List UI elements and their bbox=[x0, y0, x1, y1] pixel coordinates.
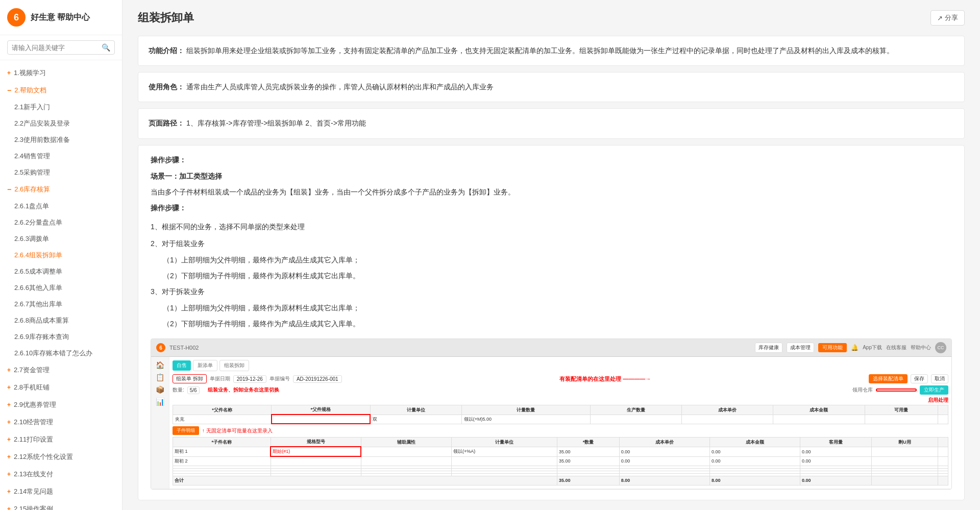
sidebar-item-cases[interactable]: + 2.15操作案例 bbox=[0, 500, 122, 510]
sidebar-item-inventory[interactable]: − 2.6库存核算 bbox=[0, 181, 122, 198]
screenshot-container: 6 TEST-H002 库存健康 成本管理 可用功能 🔔 App下载 在线客服 … bbox=[151, 338, 952, 490]
mock-icon-notif: 🔔 bbox=[851, 344, 859, 351]
sidebar-item-print[interactable]: + 2.11打印设置 bbox=[0, 431, 122, 448]
search-input[interactable] bbox=[12, 44, 102, 52]
mock-warehouse-val[interactable] bbox=[876, 388, 917, 392]
mock-warehouse-label: 领用仓库 bbox=[852, 386, 873, 394]
logo-icon: 6 bbox=[7, 8, 26, 27]
plus-icon-coupon: + bbox=[7, 401, 11, 408]
sidebar-item-help-docs[interactable]: − 2.帮助文档 bbox=[0, 82, 122, 99]
sidebar-item-data-prep[interactable]: 2.3使用前数据准备 bbox=[0, 132, 122, 148]
sidebar-item-assembly[interactable]: 2.6.4组装拆卸单 bbox=[0, 247, 122, 263]
sidebar-item-online-pay[interactable]: + 2.13在线支付 bbox=[0, 466, 122, 483]
mock-btn-cost[interactable]: 成本管理 bbox=[787, 343, 814, 353]
sidebar-item-stock-query[interactable]: 2.6.9库存账本查询 bbox=[0, 329, 122, 345]
mock-btn-save[interactable]: 保存 bbox=[911, 374, 928, 383]
step2a: （1）上部明细为父件明细，最终作为产成品生成其它入库单； bbox=[163, 253, 952, 267]
sidebar-item-biz-label: 2.10经营管理 bbox=[14, 418, 53, 427]
mock-date-label: 单据日期 bbox=[210, 375, 230, 382]
step3: 3、对于拆装业务 bbox=[151, 285, 952, 299]
sidebar-item-custom[interactable]: + 2.12系统个性化设置 bbox=[0, 448, 122, 466]
mock-annotation-2: 组装业务、拆卸业务在这里切换 bbox=[208, 386, 279, 394]
mock-app-id: TEST-H002 bbox=[169, 345, 199, 351]
sidebar-item-help-docs-label: 2.帮助文档 bbox=[14, 86, 46, 95]
search-area: 🔍 bbox=[0, 35, 122, 60]
mock-btn-confirm[interactable]: 立即生产 bbox=[920, 385, 948, 395]
sidebar-item-sub-stock[interactable]: 2.6.2分量盘点单 bbox=[0, 214, 122, 231]
sidebar-item-coupon[interactable]: + 2.9优惠券管理 bbox=[0, 396, 122, 414]
sidebar-item-sales[interactable]: 2.4销售管理 bbox=[0, 148, 122, 164]
page-title: 组装拆卸单 bbox=[138, 10, 194, 26]
sidebar-item-mobile-label: 2.8手机旺铺 bbox=[14, 383, 50, 392]
mock-qty-label: 数量: bbox=[173, 386, 184, 394]
plus-icon-print: + bbox=[7, 436, 11, 443]
sidebar-item-adjust[interactable]: 2.6.3调拨单 bbox=[0, 231, 122, 247]
sidebar-item-install[interactable]: 2.2产品安装及登录 bbox=[0, 115, 122, 132]
scene1-title: 场景一：加工类型选择 bbox=[151, 172, 952, 181]
share-button[interactable]: ↗ 分享 bbox=[930, 10, 965, 26]
mock-tabs-row: 自售 新添单 组装拆卸 bbox=[173, 360, 948, 371]
role-label: 使用角色： bbox=[149, 83, 184, 91]
mock-nav-service: 在线客服 bbox=[886, 344, 906, 351]
mock-btn-select-bom[interactable]: 选择装配清单 bbox=[869, 374, 908, 383]
search-icon[interactable]: 🔍 bbox=[102, 43, 110, 52]
mock-qty-val: 5/6 bbox=[187, 386, 200, 394]
sidebar-item-online-pay-label: 2.13在线支付 bbox=[14, 470, 53, 479]
ops-title: 操作步骤： bbox=[151, 156, 952, 165]
minus-icon-inventory: − bbox=[7, 185, 11, 193]
share-label: 分享 bbox=[945, 13, 958, 22]
sidebar: 6 好生意 帮助中心 🔍 + 1.视频学习 − 2.帮助文档 2.1新手入门 2… bbox=[0, 0, 122, 510]
sidebar-item-finance-label: 2.7资金管理 bbox=[14, 366, 50, 375]
minus-icon: − bbox=[7, 86, 11, 94]
step2b: （2）下部明细为子件明细，最终作为原材料生成其它出库单。 bbox=[163, 269, 952, 283]
sidebar-item-mobile[interactable]: + 2.8手机旺铺 bbox=[0, 379, 122, 396]
mock-sub-label: 子件明细 bbox=[173, 426, 199, 435]
mock-tab-assembly[interactable]: 组装拆卸 bbox=[219, 360, 249, 371]
logo-area: 6 好生意 帮助中心 bbox=[0, 0, 122, 35]
sidebar-item-custom-label: 2.12系统个性化设置 bbox=[14, 452, 73, 462]
intro-text: 组装拆卸单用来处理企业组装或拆卸等加工业务，支持有固定装配清单的产品加工业务，也… bbox=[186, 46, 894, 55]
nav-list: + 1.视频学习 − 2.帮助文档 2.1新手入门 2.2产品安装及登录 2.3… bbox=[0, 60, 122, 510]
mock-btn-stock[interactable]: 库存健康 bbox=[755, 343, 782, 353]
mock-btn-cancel[interactable]: 取消 bbox=[931, 374, 948, 383]
sidebar-item-cost-adj[interactable]: 2.6.5成本调整单 bbox=[0, 263, 122, 280]
sidebar-item-biz[interactable]: + 2.10经营管理 bbox=[0, 414, 122, 431]
mock-tab-new[interactable]: 新添单 bbox=[193, 360, 217, 371]
sidebar-item-purchase[interactable]: 2.5采购管理 bbox=[0, 164, 122, 181]
sidebar-item-goods-cost[interactable]: 2.6.8商品成本重算 bbox=[0, 312, 122, 329]
mock-logo: 6 bbox=[156, 343, 165, 352]
plus-icon-faq: + bbox=[7, 488, 11, 495]
mock-parent-table-wrap: *父件名称 *父件规格 计量单位 计量数量 生产数量 成本单价 成本金额 可用量 bbox=[173, 405, 948, 424]
role-text: 通常由生产人员或库管人员完成拆装业务的操作，库管人员确认原材料的出库和产成品的入… bbox=[186, 83, 494, 91]
sidebar-item-other-out[interactable]: 2.6.7其他出库单 bbox=[0, 296, 122, 312]
mock-annotation-4: ↑ 无固定清单可批量在这里录入 bbox=[202, 427, 273, 434]
mock-date-val: 2019-12-26 bbox=[233, 375, 266, 383]
sidebar-item-video[interactable]: + 1.视频学习 bbox=[0, 64, 122, 82]
mock-nav-help: 帮助中心 bbox=[911, 344, 931, 351]
mock-form-row2: 数量: 5/6 组装业务、拆卸业务在这里切换 领用仓库 立即生产 bbox=[173, 385, 948, 395]
sidebar-item-print-label: 2.11打印设置 bbox=[14, 435, 53, 444]
scene1-desc: 当由多个子件材料组装成一个成品的业务为【组装】业务，当由一个父件拆分成多个子产品… bbox=[151, 185, 952, 199]
sidebar-item-stock-take[interactable]: 2.6.1盘点单 bbox=[0, 198, 122, 214]
mock-annotation-3: 启用处理 bbox=[928, 397, 948, 404]
mock-billno-label: 单据编号 bbox=[270, 375, 290, 382]
mock-side-icons: 🏠 📋 📦 📊 bbox=[151, 357, 169, 489]
sidebar-item-new-user[interactable]: 2.1新手入门 bbox=[0, 99, 122, 115]
sidebar-item-stock-err[interactable]: 2.6.10库存账本错了怎么办 bbox=[0, 345, 122, 361]
step2: 2、对于组装业务 bbox=[151, 237, 952, 251]
plus-icon-biz: + bbox=[7, 419, 11, 426]
sidebar-item-faq[interactable]: + 2.14常见问题 bbox=[0, 483, 122, 500]
mock-tab-active[interactable]: 自售 bbox=[173, 360, 191, 371]
intro-label: 功能介绍： bbox=[149, 46, 184, 55]
path-card: 页面路径： 1、库存核算->库存管理->组装拆卸单 2、首页->常用功能 bbox=[138, 108, 965, 138]
step1: 1、根据不同的业务，选择不同单据的类型来处理 bbox=[151, 220, 952, 234]
sidebar-item-other-in[interactable]: 2.6.6其他入库单 bbox=[0, 280, 122, 296]
mock-bill-type[interactable]: 组装单 拆卸 bbox=[173, 374, 207, 383]
sidebar-item-coupon-label: 2.9优惠券管理 bbox=[14, 400, 56, 409]
operations-card: 操作步骤： 场景一：加工类型选择 当由多个子件材料组装成一个成品的业务为【组装】… bbox=[138, 145, 965, 500]
mock-btn-func[interactable]: 可用功能 bbox=[818, 343, 847, 352]
sidebar-item-finance[interactable]: + 2.7资金管理 bbox=[0, 361, 122, 379]
mock-annotation3-row: 启用处理 bbox=[173, 397, 948, 404]
page-header: 组装拆卸单 ↗ 分享 bbox=[138, 10, 965, 26]
step3b: （2）下部明细为子件明细，最终作为产成品生成其它入库单。 bbox=[163, 317, 952, 331]
